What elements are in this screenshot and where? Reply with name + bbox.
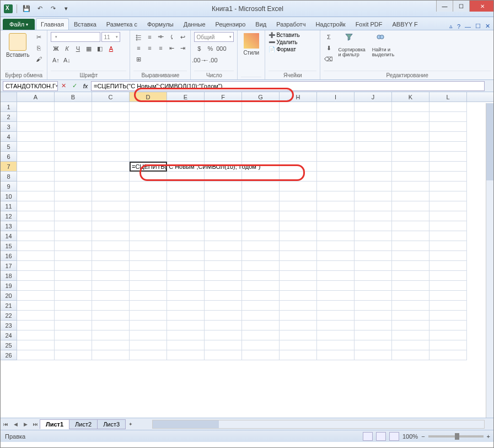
- format-painter-button[interactable]: 🖌: [34, 54, 44, 64]
- cell-F18[interactable]: [205, 271, 242, 281]
- zoom-out-button[interactable]: −: [421, 433, 425, 440]
- page-layout-view-button[interactable]: [376, 432, 386, 441]
- cell-F5[interactable]: [205, 142, 242, 152]
- cell-G13[interactable]: [242, 221, 280, 231]
- qat-undo-button[interactable]: ↶: [34, 3, 45, 14]
- cell-I16[interactable]: [317, 251, 355, 261]
- cell-L1[interactable]: [429, 102, 467, 112]
- cell-E4[interactable]: [167, 132, 205, 142]
- tab-foxit[interactable]: Foxit PDF: [351, 18, 388, 30]
- cell-F14[interactable]: [205, 231, 242, 241]
- fill-color-button[interactable]: ◧: [95, 44, 105, 54]
- cell-K16[interactable]: [392, 251, 429, 261]
- column-header-G[interactable]: G: [242, 92, 280, 102]
- row-header-24[interactable]: 24: [1, 330, 17, 340]
- cell-H18[interactable]: [280, 271, 317, 281]
- cell-B1[interactable]: [55, 102, 92, 112]
- cell-G24[interactable]: [242, 330, 280, 340]
- cell-H4[interactable]: [280, 132, 317, 142]
- cell-D17[interactable]: [130, 261, 167, 271]
- cell-H20[interactable]: [280, 291, 317, 301]
- cell-E6[interactable]: [167, 152, 205, 162]
- cell-J2[interactable]: [355, 112, 392, 122]
- cell-C2[interactable]: [92, 112, 130, 122]
- cell-K2[interactable]: [392, 112, 429, 122]
- cell-I4[interactable]: [317, 132, 355, 142]
- cell-B13[interactable]: [55, 221, 92, 231]
- cell-J7[interactable]: [355, 162, 392, 172]
- cell-A1[interactable]: [17, 102, 55, 112]
- cell-L19[interactable]: [429, 281, 467, 291]
- cell-D22[interactable]: [130, 311, 167, 321]
- cell-L16[interactable]: [429, 251, 467, 261]
- cell-H13[interactable]: [280, 221, 317, 231]
- tab-developer[interactable]: Разработч: [271, 18, 310, 30]
- row-header-22[interactable]: 22: [1, 311, 17, 321]
- row-header-3[interactable]: 3: [1, 122, 17, 132]
- cell-E21[interactable]: [167, 301, 205, 311]
- decrease-decimal-button[interactable]: ←.00: [205, 55, 215, 65]
- column-header-K[interactable]: K: [392, 92, 429, 102]
- row-header-25[interactable]: 25: [1, 340, 17, 350]
- cell-F8[interactable]: [205, 172, 242, 182]
- column-header-B[interactable]: B: [55, 92, 92, 102]
- cell-C7[interactable]: [92, 162, 130, 172]
- cell-A3[interactable]: [17, 122, 55, 132]
- tab-insert[interactable]: Вставка: [69, 18, 101, 30]
- column-header-A[interactable]: A: [17, 92, 55, 102]
- cell-K1[interactable]: [392, 102, 429, 112]
- cell-C23[interactable]: [92, 321, 130, 330]
- cell-E9[interactable]: [167, 182, 205, 191]
- cell-L24[interactable]: [429, 330, 467, 340]
- cell-B4[interactable]: [55, 132, 92, 142]
- cell-D23[interactable]: [130, 321, 167, 330]
- cell-I25[interactable]: [317, 340, 355, 350]
- cell-F17[interactable]: [205, 261, 242, 271]
- cell-D13[interactable]: [130, 221, 167, 231]
- cell-G25[interactable]: [242, 340, 280, 350]
- cell-K25[interactable]: [392, 340, 429, 350]
- cell-E26[interactable]: [167, 350, 205, 360]
- cell-D4[interactable]: [130, 132, 167, 142]
- cell-D3[interactable]: [130, 122, 167, 132]
- underline-button[interactable]: Ч: [73, 44, 83, 54]
- cell-C6[interactable]: [92, 152, 130, 162]
- cell-B16[interactable]: [55, 251, 92, 261]
- cell-F12[interactable]: [205, 211, 242, 221]
- cell-B6[interactable]: [55, 152, 92, 162]
- cell-I9[interactable]: [317, 182, 355, 191]
- cell-A14[interactable]: [17, 231, 55, 241]
- cell-D9[interactable]: [130, 182, 167, 191]
- tab-layout[interactable]: Разметка с: [101, 18, 142, 30]
- page-break-view-button[interactable]: [389, 432, 399, 441]
- cell-E24[interactable]: [167, 330, 205, 340]
- cell-F6[interactable]: [205, 152, 242, 162]
- cell-H3[interactable]: [280, 122, 317, 132]
- cell-H16[interactable]: [280, 251, 317, 261]
- cell-A12[interactable]: [17, 211, 55, 221]
- cell-A9[interactable]: [17, 182, 55, 191]
- cell-I22[interactable]: [317, 311, 355, 321]
- cell-B15[interactable]: [55, 241, 92, 251]
- cell-C18[interactable]: [92, 271, 130, 281]
- cell-G22[interactable]: [242, 311, 280, 321]
- column-header-L[interactable]: L: [429, 92, 467, 102]
- cell-C13[interactable]: [92, 221, 130, 231]
- cell-A15[interactable]: [17, 241, 55, 251]
- merge-button[interactable]: ⊞: [133, 54, 143, 64]
- cell-J11[interactable]: [355, 201, 392, 211]
- cell-I11[interactable]: [317, 201, 355, 211]
- cell-J19[interactable]: [355, 281, 392, 291]
- cell-J12[interactable]: [355, 211, 392, 221]
- cell-A19[interactable]: [17, 281, 55, 291]
- cell-B17[interactable]: [55, 261, 92, 271]
- cell-H14[interactable]: [280, 231, 317, 241]
- sheet-nav-next-button[interactable]: ▶: [20, 419, 30, 429]
- zoom-in-button[interactable]: +: [487, 433, 490, 440]
- cell-H2[interactable]: [280, 112, 317, 122]
- wrap-text-button[interactable]: ↩: [178, 32, 187, 42]
- tab-formulas[interactable]: Формулы: [142, 18, 179, 30]
- comma-button[interactable]: 000: [216, 44, 226, 54]
- cell-D10[interactable]: [130, 191, 167, 201]
- cell-L18[interactable]: [429, 271, 467, 281]
